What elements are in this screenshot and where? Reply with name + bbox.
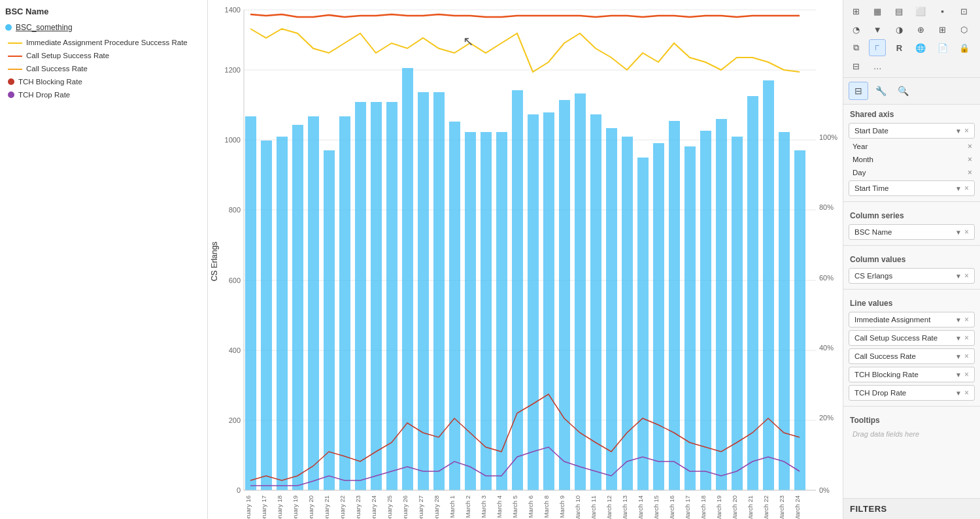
- icon-kpi-btn[interactable]: ⬡: [956, 21, 973, 38]
- start-date-dropdown[interactable]: Start Date ▼ ×: [849, 123, 975, 139]
- column-series-dropdown[interactable]: BSC Name ▼ ×: [849, 224, 975, 240]
- bar-12[interactable]: [433, 92, 445, 490]
- bar-0[interactable]: [245, 116, 256, 490]
- icon-scatter-btn[interactable]: ⊡: [956, 3, 973, 20]
- line-imm-assign-dropdown[interactable]: Immediate Assignment ▼ ×: [849, 312, 975, 327]
- line-tch-blocking-x[interactable]: ×: [964, 370, 969, 379]
- bar-17[interactable]: [512, 90, 523, 490]
- column-values-x[interactable]: ×: [964, 271, 969, 280]
- x-label-0: 2018 February 16: [245, 495, 252, 519]
- icon-map-btn[interactable]: ⊕: [912, 21, 929, 38]
- bar-21[interactable]: [575, 93, 586, 490]
- line-call-setup-dropdown[interactable]: Call Setup Success Rate ▼ ×: [849, 330, 975, 346]
- bar-28[interactable]: [684, 146, 696, 490]
- bar-22[interactable]: [590, 114, 601, 490]
- cursor-indicator: ↖: [463, 34, 474, 48]
- bar-29[interactable]: [700, 131, 711, 490]
- y-label-0: 0: [237, 486, 241, 494]
- line-call-success-x[interactable]: ×: [964, 352, 969, 361]
- field-day[interactable]: Day ×: [843, 166, 980, 179]
- icon-gauge-btn[interactable]: ◑: [890, 21, 907, 38]
- bar-15[interactable]: [481, 132, 492, 490]
- section-tabs: ⊟ 🔧 🔍: [843, 78, 980, 105]
- icon-table-btn[interactable]: ⊞: [847, 3, 864, 20]
- x-label-24: 2018 March 13: [621, 495, 628, 519]
- field-month[interactable]: Month ×: [843, 153, 980, 166]
- x-label-20: 2018 March 9: [558, 495, 566, 519]
- start-date-arrow: ▼: [955, 127, 962, 135]
- legend-item-imm-assign[interactable]: Immediate Assignment Procedure Success R…: [5, 37, 202, 48]
- legend-item-call-success[interactable]: Call Success Rate: [5, 63, 202, 74]
- line-imm-assign-x[interactable]: ×: [964, 315, 969, 324]
- tab-format[interactable]: 🔧: [871, 82, 890, 100]
- bar-1[interactable]: [261, 141, 272, 490]
- start-time-x[interactable]: ×: [964, 184, 969, 193]
- tab-fields[interactable]: ⊟: [849, 82, 868, 100]
- icon-pie-btn[interactable]: ◔: [847, 21, 864, 38]
- icon-filter-btn[interactable]: ⊟: [847, 58, 864, 75]
- bar-3[interactable]: [292, 125, 303, 490]
- field-day-x[interactable]: ×: [966, 168, 973, 177]
- icon-doc-btn[interactable]: 📄: [934, 39, 951, 56]
- legend-label-call-success: Call Success Rate: [26, 65, 88, 73]
- bsc-name-item[interactable]: BSC_something: [5, 23, 202, 32]
- bar-2[interactable]: [277, 137, 288, 490]
- line-tch-drop-dropdown[interactable]: TCH Drop Rate ▼ ×: [849, 385, 975, 401]
- bar-34[interactable]: [779, 132, 790, 490]
- bar-19[interactable]: [543, 112, 554, 490]
- icon-globe-btn[interactable]: 🌐: [912, 39, 929, 56]
- bar-33[interactable]: [763, 80, 774, 490]
- field-year-x[interactable]: ×: [966, 142, 973, 151]
- line-call-success-dropdown[interactable]: Call Success Rate ▼ ×: [849, 348, 975, 364]
- icon-lock-btn[interactable]: 🔒: [956, 39, 973, 56]
- bar-20[interactable]: [559, 100, 570, 490]
- line-tch-blocking-dropdown[interactable]: TCH Blocking Rate ▼ ×: [849, 367, 975, 382]
- start-time-dropdown[interactable]: Start Time ▼ ×: [849, 180, 975, 196]
- icon-combo-active-btn[interactable]: ⟌: [869, 39, 886, 56]
- legend-item-tch-blocking[interactable]: TCH Blocking Rate: [5, 76, 202, 87]
- bar-32[interactable]: [747, 96, 758, 490]
- icon-col-btn[interactable]: ▤: [890, 3, 907, 20]
- tab-analytics[interactable]: 🔍: [893, 82, 913, 100]
- bar-16[interactable]: [496, 132, 507, 490]
- bar-26[interactable]: [653, 143, 664, 490]
- icon-line-btn[interactable]: ⬜: [912, 3, 929, 20]
- bar-25[interactable]: [637, 158, 649, 490]
- icon-more-btn[interactable]: …: [869, 58, 886, 75]
- line-tch-drop-x[interactable]: ×: [964, 388, 969, 397]
- icon-slicer-btn[interactable]: ⧉: [847, 39, 864, 56]
- icon-r-btn[interactable]: R: [890, 39, 907, 56]
- bsc-color-dot: [5, 24, 12, 31]
- bar-23[interactable]: [606, 128, 617, 490]
- bar-9[interactable]: [386, 102, 397, 490]
- bar-35[interactable]: [794, 150, 805, 490]
- x-label-30: 2018 March 19: [715, 495, 722, 519]
- bar-30[interactable]: [716, 119, 727, 490]
- icon-bar-btn[interactable]: ▦: [869, 3, 886, 20]
- column-series-label: BSC Name: [854, 228, 892, 236]
- start-date-x[interactable]: ×: [964, 126, 969, 135]
- icon-funnel-btn[interactable]: ▼: [869, 21, 886, 38]
- legend-item-call-setup[interactable]: Call Setup Success Rate: [5, 50, 202, 61]
- field-year[interactable]: Year ×: [843, 140, 980, 153]
- legend-item-tch-drop[interactable]: TCH Drop Rate: [5, 90, 202, 100]
- bar-4[interactable]: [308, 116, 319, 490]
- x-label-28: 2018 March 17: [684, 495, 691, 519]
- bar-6[interactable]: [339, 116, 350, 490]
- icon-matrix-btn[interactable]: ⊞: [934, 21, 951, 38]
- bar-18[interactable]: [528, 114, 539, 490]
- tooltips-placeholder[interactable]: Drag data fields here: [850, 427, 973, 441]
- field-month-x[interactable]: ×: [966, 155, 973, 164]
- y-label-400: 400: [229, 346, 241, 354]
- bar-8[interactable]: [371, 102, 382, 490]
- bar-31[interactable]: [732, 137, 743, 490]
- filters-title: FILTERS: [850, 504, 973, 514]
- bar-5[interactable]: [324, 150, 335, 490]
- bar-13[interactable]: [449, 122, 460, 490]
- bar-7[interactable]: [355, 102, 366, 490]
- y-label-600: 600: [229, 276, 241, 284]
- icon-area-btn[interactable]: ▪: [934, 3, 951, 20]
- column-values-dropdown[interactable]: CS Erlangs ▼ ×: [849, 268, 975, 284]
- column-series-x[interactable]: ×: [964, 227, 969, 237]
- line-call-setup-x[interactable]: ×: [964, 333, 969, 343]
